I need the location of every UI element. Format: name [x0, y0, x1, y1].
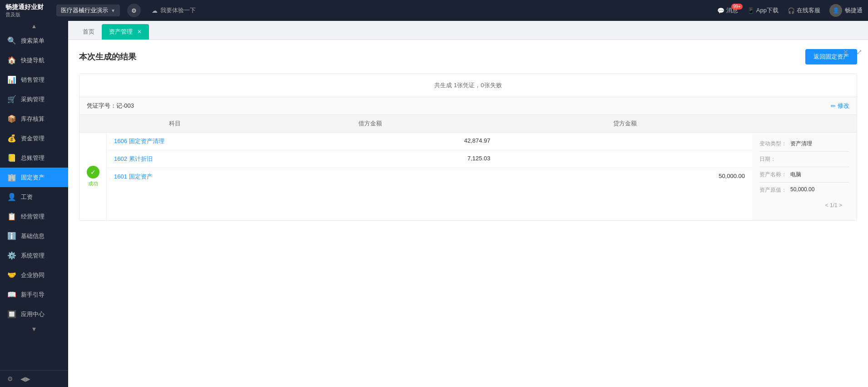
sidebar-item-label: 搜索菜单 [21, 37, 45, 45]
sidebar-item-search[interactable]: 🔍 搜索菜单 [0, 31, 68, 50]
sidebar: ▲ 🔍 搜索菜单 🏠 快捷导航 📊 销售管理 🛒 采购管理 📦 库存核算 💰 资… [0, 21, 68, 387]
asset-original-label: 资产原值： [759, 186, 787, 194]
edition-badge: 普及版 [5, 11, 20, 18]
prev-page-button[interactable]: < [825, 202, 828, 208]
experience-button[interactable]: ☁ 我要体验一下 [152, 6, 196, 15]
app-download-button[interactable]: 📱 App下载 [747, 6, 779, 15]
tab-close-icon[interactable]: ✕ [137, 29, 142, 35]
next-page-button[interactable]: > [839, 202, 842, 208]
close-panel-button[interactable]: ✕ [840, 46, 851, 57]
sidebar-scroll-down[interactable]: ▼ [0, 324, 68, 334]
company-selector[interactable]: 医疗器械行业演示 ▼ [56, 5, 120, 16]
change-type-label: 变动类型： [759, 140, 787, 148]
tab-home[interactable]: 首页 [75, 24, 102, 40]
expand-panel-button[interactable]: ⤢ [853, 46, 864, 57]
capital-icon: 💰 [7, 134, 16, 143]
date-row: 日期： [759, 155, 849, 163]
settings-button[interactable]: ⚙ [127, 4, 141, 17]
tab-label: 资产管理 [109, 28, 133, 35]
table-row: 1606 固定资产清理 42,874.97 [107, 133, 752, 150]
sidebar-item-fixed-assets[interactable]: 🏢 固定资产 [0, 168, 68, 187]
change-type-value: 资产清理 [790, 140, 812, 148]
asset-name-row: 资产名称： 电脑 [759, 171, 849, 179]
sidebar-scroll-up[interactable]: ▲ [0, 21, 68, 31]
sidebar-item-quicknav[interactable]: 🏠 快捷导航 [0, 50, 68, 70]
message-icon: 💬 [717, 7, 724, 14]
sidebar-item-label: 库存核算 [21, 115, 45, 123]
voucher-table: 科目 借方金额 贷方金额 ✓ 成功 [79, 115, 857, 220]
user-area[interactable]: 👤 畅捷通 [829, 4, 863, 17]
inventory-icon: 📦 [7, 114, 16, 123]
tab-asset-management[interactable]: 资产管理 ✕ [102, 24, 149, 40]
online-service-label: 在线客服 [797, 6, 820, 15]
top-header: 畅捷通好业财 普及版 医疗器械行业演示 ▼ ⚙ ☁ 我要体验一下 💬 消息 99… [0, 0, 868, 21]
company-name: 医疗器械行业演示 [61, 6, 108, 15]
sidebar-item-label: 工资 [21, 193, 33, 201]
sidebar-item-label: 企业协同 [21, 271, 45, 279]
sidebar-item-operations[interactable]: 📋 经营管理 [0, 207, 68, 226]
sidebar-item-inventory[interactable]: 📦 库存核算 [0, 109, 68, 129]
change-type-row: 变动类型： 资产清理 [759, 140, 849, 148]
credit-cell-2 [498, 150, 753, 168]
table-row: 1602 累计折旧 7,125.03 [107, 150, 752, 168]
debit-cell-2: 7,125.03 [243, 150, 498, 168]
sidebar-item-guide[interactable]: 📖 新手引导 [0, 285, 68, 304]
page-title: 本次生成的结果 [79, 51, 136, 62]
subject-cell-3: 1601 固定资产 [107, 168, 243, 185]
credit-cell-3: 50,000.00 [498, 168, 753, 185]
sidebar-item-label: 经营管理 [21, 213, 45, 221]
ledger-icon: 📒 [7, 154, 16, 162]
fixed-assets-icon: 🏢 [7, 173, 16, 182]
table-row: 1601 固定资产 50,000.00 [107, 168, 752, 185]
side-divider-3 [759, 182, 849, 183]
avatar: 👤 [829, 4, 842, 17]
success-icon: ✓ [87, 166, 99, 179]
credit-cell-1 [498, 133, 753, 150]
sidebar-item-label: 固定资产 [21, 174, 45, 182]
sidebar-item-app-center[interactable]: 🔲 应用中心 [0, 304, 68, 324]
cloud-icon: ☁ [152, 7, 158, 14]
debit-cell-3 [243, 168, 498, 185]
voucher-number: 凭证字号：记-003 [87, 102, 134, 110]
phone-icon: 📱 [747, 7, 754, 14]
sidebar-item-ledger[interactable]: 📒 总账管理 [0, 148, 68, 168]
app-download-label: App下载 [756, 6, 779, 15]
sidebar-item-label: 采购管理 [21, 95, 45, 104]
sidebar-item-system[interactable]: ⚙️ 系统管理 [0, 246, 68, 265]
table-body: ✓ 成功 1606 固定资产清理 42,874.97 [79, 133, 857, 220]
collapse-sidebar-button[interactable]: ◀▶ [20, 375, 30, 382]
message-button[interactable]: 💬 消息 99+ [717, 6, 738, 15]
sidebar-item-sales[interactable]: 📊 销售管理 [0, 70, 68, 89]
main-layout: ▲ 🔍 搜索菜单 🏠 快捷导航 📊 销售管理 🛒 采购管理 📦 库存核算 💰 资… [0, 21, 868, 387]
asset-name-value: 电脑 [790, 171, 801, 179]
sidebar-bottom: ⚙ ◀▶ [0, 370, 68, 387]
online-service-button[interactable]: 🎧 在线客服 [788, 6, 820, 15]
rows-container: 1606 固定资产清理 42,874.97 1602 累计折旧 7,125.03 [107, 133, 752, 220]
home-icon: 🏠 [7, 56, 16, 64]
sidebar-item-enterprise[interactable]: 🤝 企业协同 [0, 265, 68, 285]
sidebar-item-label: 新手引导 [21, 291, 45, 299]
page-content: 本次生成的结果 返回固定资产 共生成 1张凭证，0张失败 凭证字号：记-003 … [68, 40, 868, 387]
side-info-panel: 变动类型： 资产清理 日期： 资产名称： [752, 133, 857, 220]
sidebar-item-capital[interactable]: 💰 资金管理 [0, 129, 68, 148]
header-left: 畅捷通好业财 普及版 医疗器械行业演示 ▼ ⚙ ☁ 我要体验一下 [5, 3, 196, 18]
edit-button[interactable]: ✏ 修改 [831, 102, 849, 110]
success-label: 成功 [88, 180, 98, 187]
pagination[interactable]: < 1/1 > [759, 198, 849, 213]
sidebar-item-label: 系统管理 [21, 252, 45, 260]
asset-original-row: 资产原值： 50,000.00 [759, 186, 849, 194]
settings-bottom-button[interactable]: ⚙ [7, 375, 13, 382]
sidebar-item-label: 应用中心 [21, 310, 45, 318]
purchase-icon: 🛒 [7, 95, 16, 104]
asset-name-label: 资产名称： [759, 171, 787, 179]
sidebar-item-label: 总账管理 [21, 154, 45, 162]
sidebar-item-basic-info[interactable]: ℹ️ 基础信息 [0, 226, 68, 246]
edit-icon: ✏ [831, 103, 836, 109]
voucher-section: 凭证字号：记-003 ✏ 修改 科目 借方金额 贷方金额 [79, 97, 857, 220]
summary-text: 共生成 1张凭证，0张失败 [434, 82, 501, 89]
sidebar-item-purchase[interactable]: 🛒 采购管理 [0, 89, 68, 109]
result-panel: 共生成 1张凭证，0张失败 凭证字号：记-003 ✏ 修改 [79, 74, 857, 221]
sidebar-item-salary[interactable]: 👤 工资 [0, 187, 68, 207]
page-title-bar: 本次生成的结果 返回固定资产 [79, 49, 857, 64]
system-icon: ⚙️ [7, 251, 16, 260]
